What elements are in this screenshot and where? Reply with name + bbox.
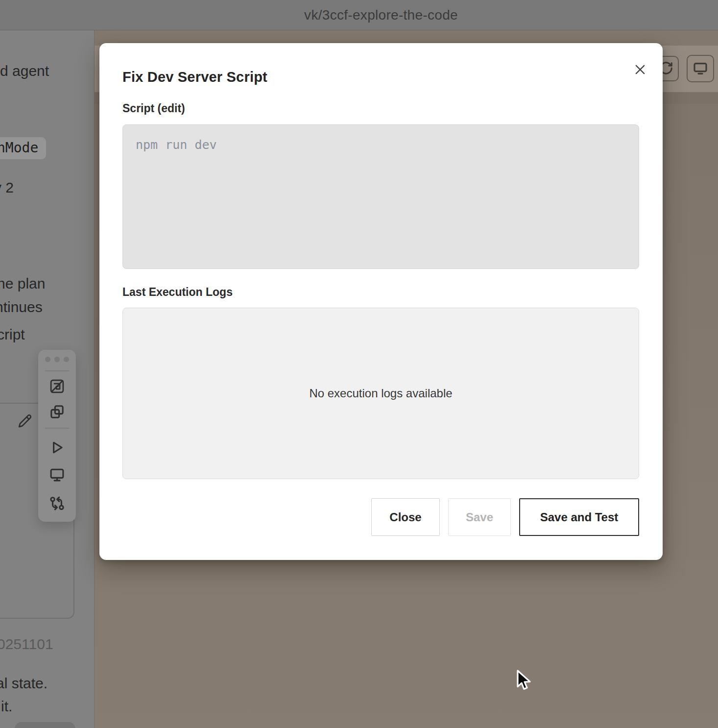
sidebar-text-state: al state. [0,675,48,692]
monitor-icon [693,60,708,77]
dialog-button-row: Close Save Save and Test [122,498,639,536]
sidebar-text-agent: d agent [0,63,49,79]
toolbar-divider [45,428,69,429]
script-label: Script (edit) [122,102,639,115]
sidebar-text-script: cript [0,326,25,343]
play-icon[interactable] [49,439,65,456]
logs-label: Last Execution Logs [122,286,639,299]
save-and-test-button[interactable]: Save and Test [519,498,639,536]
close-icon[interactable] [631,61,649,78]
logo-icon[interactable] [49,378,65,394]
window-titlebar: vk/3ccf-explore-the-code [0,0,718,30]
sidebar-text-it: it. [1,698,12,715]
git-branch-icon[interactable] [49,495,65,511]
preview-monitor-button[interactable] [687,55,714,82]
script-input[interactable] [122,124,639,269]
close-button[interactable]: Close [371,498,440,536]
sidebar-text-timestamp: 0251101 [0,636,53,653]
floating-toolbar [38,350,76,522]
dialog-title: Fix Dev Server Script [122,69,639,85]
save-button[interactable]: Save [448,498,511,536]
toolbar-divider [45,370,69,371]
fix-dev-server-dialog: Fix Dev Server Script Script (edit) Last… [99,43,663,560]
window-title: vk/3ccf-explore-the-code [0,0,718,30]
sidebar-text-continues: ntinues [0,299,43,315]
execution-logs-box: No execution logs available [122,308,639,479]
sidebar-bottom-button[interactable] [15,722,75,728]
sidebar-text-attempt: y 2 [0,179,14,196]
copy-icon[interactable] [49,404,65,420]
mode-chip: nMode [0,137,46,159]
sidebar-text-plan: he plan [0,275,45,292]
monitor-icon[interactable] [49,466,65,483]
pencil-icon[interactable] [18,413,32,430]
drag-handle-dots[interactable] [38,357,76,362]
logs-empty-message: No execution logs available [309,387,452,400]
